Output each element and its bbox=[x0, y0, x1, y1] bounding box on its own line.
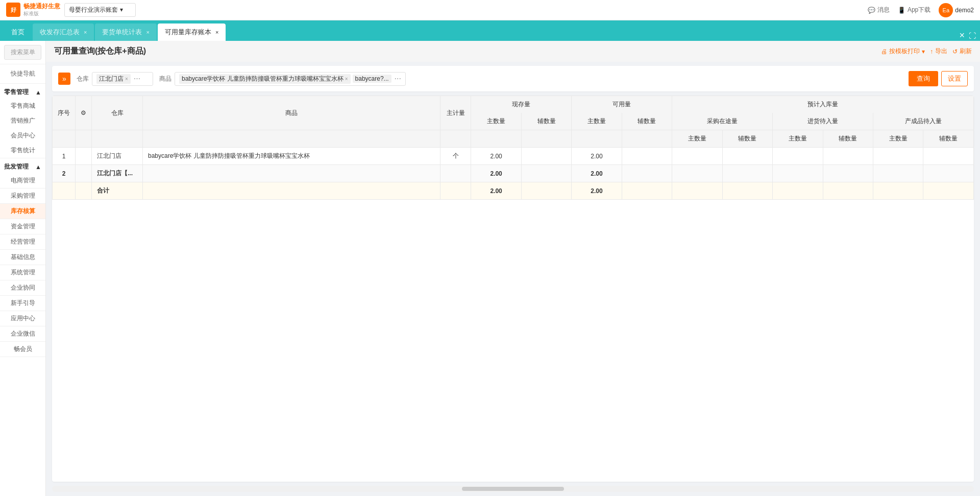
scrollbar-thumb[interactable] bbox=[462, 487, 564, 491]
th-empty-unit bbox=[440, 130, 471, 148]
th-empty-settings bbox=[76, 130, 92, 148]
cell-inc-main-1 bbox=[773, 148, 823, 165]
table-row: 1 江北门店 babycare学饮杯 儿童防摔防撞吸管杯重力球吸嘴杯宝宝水杯 个… bbox=[53, 148, 974, 165]
product-tag-1: babycare学饮杯 儿童防摔防撞吸管杯重力球吸嘴杯宝宝水杯 × bbox=[179, 74, 351, 84]
th-inc-main: 主数量 bbox=[773, 130, 823, 148]
top-bar: 好 畅捷通好生意 标准版 母婴行业演示账套 ▾ 💬 消息 📱 App下载 Ea … bbox=[0, 0, 980, 20]
total-stock-main: 2.00 bbox=[471, 182, 521, 200]
refresh-icon: ↺ bbox=[952, 48, 958, 55]
sidebar-item-basic[interactable]: 基础信息 bbox=[0, 250, 45, 265]
app-download-action[interactable]: 📱 App下载 bbox=[898, 6, 930, 14]
total-prod-main bbox=[873, 182, 923, 200]
th-production-pending: 产成品待入量 bbox=[873, 113, 973, 130]
th-settings[interactable]: ⚙ bbox=[76, 96, 92, 130]
cell-stock-main-1: 2.00 bbox=[471, 148, 521, 165]
top-bar-right: 💬 消息 📱 App下载 Ea demo2 bbox=[868, 3, 974, 17]
cell-no-2: 2 bbox=[53, 165, 76, 182]
tab-home[interactable]: 首页 bbox=[4, 23, 32, 41]
printer-icon: 🖨 bbox=[881, 48, 887, 55]
th-available: 可用量 bbox=[572, 96, 672, 113]
sidebar-item-member[interactable]: 畅会员 bbox=[0, 342, 45, 357]
sidebar-item-appstore[interactable]: 应用中心 bbox=[0, 311, 45, 326]
nav-controls: × ⛶ bbox=[959, 30, 976, 41]
template-print-button[interactable]: 🖨 按模板打印 ▾ bbox=[881, 47, 925, 56]
tab-order-stats[interactable]: 要货单统计表 × bbox=[95, 23, 156, 41]
tab-receivable[interactable]: 收发存汇总表 × bbox=[33, 23, 94, 41]
sidebar-item-retail-store[interactable]: 零售商城 bbox=[0, 99, 45, 113]
th-planned-in: 预计入库量 bbox=[672, 96, 974, 113]
th-prod-aux: 辅数量 bbox=[923, 130, 974, 148]
sidebar-item-system[interactable]: 系统管理 bbox=[0, 265, 45, 280]
th-stock-aux: 辅数量 bbox=[521, 113, 571, 130]
th-empty-aa bbox=[622, 130, 672, 148]
export-button[interactable]: ↑ 导出 bbox=[930, 47, 947, 56]
product-tag-2-value: babycare?... bbox=[355, 75, 389, 82]
product-filter-input[interactable]: babycare学饮杯 儿童防摔防撞吸管杯重力球吸嘴杯宝宝水杯 × babyca… bbox=[175, 72, 406, 86]
filter-bar: » 仓库 江北门店 × ··· 商品 babycare学饮杯 儿童防摔防撞吸管杯… bbox=[52, 66, 974, 91]
user-profile[interactable]: Ea demo2 bbox=[939, 3, 974, 17]
sidebar-item-inventory[interactable]: 库存核算 bbox=[0, 204, 45, 219]
sidebar-item-wechat[interactable]: 企业微信 bbox=[0, 326, 45, 341]
refresh-button[interactable]: ↺ 刷新 bbox=[952, 47, 972, 56]
sidebar-section-wholesale-header[interactable]: 批发管理 ▲ bbox=[0, 158, 45, 173]
th-empty-no bbox=[53, 130, 76, 148]
cell-settings-2 bbox=[76, 165, 92, 182]
sidebar-section-purchase: 采购管理 bbox=[0, 188, 45, 204]
warehouse-more-icon[interactable]: ··· bbox=[134, 74, 140, 83]
th-pur-aux: 辅数量 bbox=[722, 130, 772, 148]
settings-button[interactable]: 设置 bbox=[941, 71, 968, 86]
sidebar-item-operation[interactable]: 经营管理 bbox=[0, 234, 45, 249]
tab-available-stock-label: 可用量库存账本 bbox=[165, 28, 211, 37]
cell-inc-aux-1 bbox=[823, 148, 873, 165]
page-actions: 🖨 按模板打印 ▾ ↑ 导出 ↺ 刷新 bbox=[881, 47, 972, 56]
cell-avail-aux-1 bbox=[622, 148, 672, 165]
warehouse-tag-remove[interactable]: × bbox=[125, 76, 128, 82]
th-warehouse: 仓库 bbox=[92, 96, 143, 130]
product-tag-1-value: babycare学饮杯 儿童防摔防撞吸管杯重力球吸嘴杯宝宝水杯 bbox=[182, 75, 344, 83]
industry-selector[interactable]: 母婴行业演示账套 ▾ bbox=[64, 3, 136, 17]
sidebar-item-marketing[interactable]: 营销推广 bbox=[0, 113, 45, 128]
chevron-down-icon: ▾ bbox=[120, 6, 123, 13]
tab-available-stock-close[interactable]: × bbox=[215, 29, 218, 35]
sidebar-item-quick-nav[interactable]: 快捷导航 bbox=[0, 66, 45, 81]
cell-unit-2 bbox=[440, 165, 471, 182]
product-tag-1-remove[interactable]: × bbox=[345, 76, 348, 82]
query-button[interactable]: 查询 bbox=[909, 71, 938, 86]
logo-sub: 标准版 bbox=[23, 10, 60, 17]
th-purchase-transit: 采购在途量 bbox=[672, 113, 773, 130]
th-stock-main: 主数量 bbox=[471, 113, 521, 130]
sidebar-item-ecommerce[interactable]: 电商管理 bbox=[0, 173, 45, 188]
top-bar-left: 好 畅捷通好生意 标准版 母婴行业演示账套 ▾ bbox=[6, 3, 136, 17]
sidebar-section-retail: 零售管理 ▲ 零售商城 营销推广 会员中心 零售统计 bbox=[0, 84, 45, 158]
cell-stock-aux-1 bbox=[521, 148, 571, 165]
sidebar-item-finance[interactable]: 资金管理 bbox=[0, 219, 45, 234]
main-layout: 搜索菜单 快捷导航 零售管理 ▲ 零售商城 营销推广 会员中心 零售统计 批发管… bbox=[0, 41, 980, 496]
table-row: 2 江北门店【... 2.00 2.00 bbox=[53, 165, 974, 182]
table-container: 序号 ⚙ 仓库 商品 主计量 现存量 可用量 预计入库量 主数量 辅数量 主数量… bbox=[52, 96, 974, 482]
sidebar-item-purchase[interactable]: 采购管理 bbox=[0, 188, 45, 203]
sidebar-item-member-center[interactable]: 会员中心 bbox=[0, 128, 45, 143]
nav-close-icon[interactable]: × bbox=[959, 30, 965, 41]
sidebar-search-button[interactable]: 搜索菜单 bbox=[4, 45, 41, 60]
chevron-down-icon-wholesale: ▲ bbox=[35, 163, 41, 171]
tab-order-stats-close[interactable]: × bbox=[146, 29, 149, 35]
cell-inc-aux-2 bbox=[823, 165, 873, 182]
th-product: 商品 bbox=[143, 96, 440, 130]
filter-expand-button[interactable]: » bbox=[58, 73, 70, 85]
message-action[interactable]: 💬 消息 bbox=[868, 6, 890, 14]
sidebar-item-enterprise[interactable]: 企业协同 bbox=[0, 280, 45, 295]
sidebar-section-retail-header[interactable]: 零售管理 ▲ bbox=[0, 84, 45, 99]
warehouse-filter-input[interactable]: 江北门店 × ··· bbox=[92, 72, 153, 86]
sidebar-item-retail-stats[interactable]: 零售统计 bbox=[0, 143, 45, 158]
horizontal-scrollbar[interactable] bbox=[52, 486, 974, 492]
nav-expand-icon[interactable]: ⛶ bbox=[969, 32, 976, 40]
warehouse-tag: 江北门店 × bbox=[96, 74, 131, 84]
app-label: App下载 bbox=[908, 6, 930, 14]
product-more-icon[interactable]: ··· bbox=[395, 74, 401, 83]
sidebar-item-newuser[interactable]: 新手引导 bbox=[0, 296, 45, 311]
tab-receivable-close[interactable]: × bbox=[84, 29, 87, 35]
th-empty-wh bbox=[92, 130, 143, 148]
total-empty-unit bbox=[440, 182, 471, 200]
cell-product-2 bbox=[143, 165, 440, 182]
tab-available-stock[interactable]: 可用量库存账本 × bbox=[158, 23, 226, 41]
